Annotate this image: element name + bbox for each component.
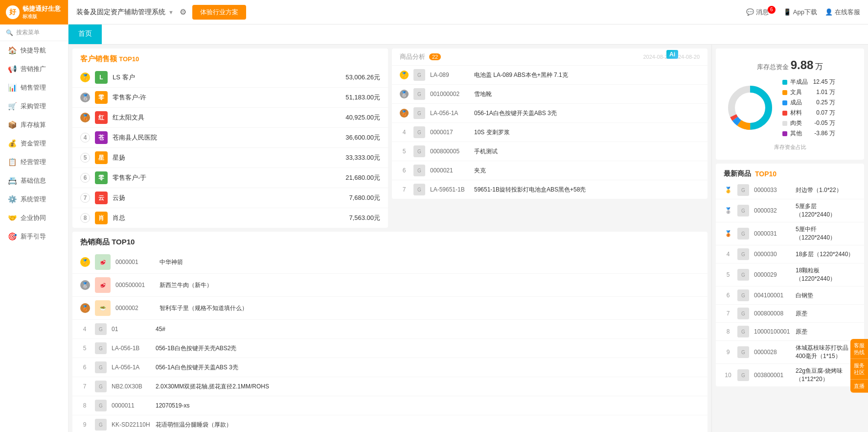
rank-badge-1: 🥇 <box>80 72 90 82</box>
rank-num: 9 <box>80 421 89 428</box>
sidebar-item-inventory[interactable]: 📦 库存核算 <box>0 116 68 134</box>
service-community-button[interactable]: 服务社区 <box>850 359 868 380</box>
rank-num: 4 <box>724 251 732 258</box>
product-code: 0000002 <box>115 305 155 312</box>
avatar: 云 <box>95 192 108 204</box>
legend-item: 成品 0.25 万 <box>782 98 835 107</box>
list-item: 🥇 🥩 0000001 中华神箭 <box>72 251 708 274</box>
product-name: 12070519-xs <box>156 402 700 410</box>
product-code: 0000032 <box>754 207 791 214</box>
avatar: 红 <box>95 111 108 124</box>
list-item: 🥈 🥩 000500001 新西兰牛肉（新牛） <box>72 274 708 297</box>
avatar: 肖 <box>95 212 108 224</box>
search-menu[interactable]: 🔍 搜索菜单 <box>0 24 68 41</box>
customer-service-button[interactable]: 客服热线 <box>850 339 868 360</box>
livestream-button[interactable]: 直播 <box>850 380 868 393</box>
product-icon: G <box>737 369 749 381</box>
customer-amount: 7,680.00元 <box>349 193 380 202</box>
app-download-item[interactable]: 📱 App下载 <box>783 8 817 17</box>
product-code: LA-056-1A <box>112 364 151 371</box>
rank-num: 7 <box>80 383 89 390</box>
customer-amount: 33,333.00元 <box>345 153 380 162</box>
dropdown-arrow-icon[interactable]: ▼ <box>168 9 174 15</box>
product-code: 003800001 <box>754 372 791 379</box>
rank-badge: 🥈 <box>400 90 409 98</box>
collab-icon: 🤝 <box>8 214 17 222</box>
list-item: 4 G 0000030 18多层（1220*2440） <box>716 245 864 264</box>
product-name: 22g鱼豆腐-烧烤味（1*12*20） <box>796 367 856 384</box>
product-code: 0000011 <box>112 402 151 409</box>
product-code: 0000021 <box>430 167 469 174</box>
float-service-panel: 客服热线 服务社区 直播 <box>850 339 868 393</box>
settings-gear-icon[interactable]: ⚙ <box>180 7 186 17</box>
legend-item: 其他 -3.86 万 <box>782 129 835 138</box>
sidebar-item-label: 快捷导航 <box>21 46 46 55</box>
product-code: LA-089 <box>430 72 469 78</box>
sidebar-item-label: 经营管理 <box>21 158 46 167</box>
list-item: 🥉 🥗 0000002 智利车子里（规格不知道填什么） <box>72 297 708 320</box>
service-label: 在线客服 <box>835 8 860 17</box>
system-name-text: 装备及固定资产辅助管理系统 <box>76 8 165 17</box>
sidebar-item-collab[interactable]: 🤝 企业协同 <box>0 209 68 227</box>
right-panel: 库存总资金 9.88 万 <box>711 45 868 432</box>
list-item: 6 G 004100001 白钢垫 <box>716 287 864 305</box>
logo-badge: 标准版 <box>23 13 61 20</box>
sidebar-item-basic-info[interactable]: 📇 基础信息 <box>0 171 68 190</box>
rank-num: 4 <box>80 326 89 333</box>
rank-num: 6 <box>400 167 409 174</box>
product-code: NB2.0X30B <box>112 383 151 390</box>
sidebar-item-quick-nav[interactable]: 🏠 快捷导航 <box>0 41 68 60</box>
sidebar-item-marketing[interactable]: 📢 营销推广 <box>0 60 68 78</box>
sidebar-item-sales[interactable]: 📊 销售管理 <box>0 78 68 97</box>
sidebar-item-label: 基础信息 <box>21 176 46 185</box>
sidebar-item-purchase[interactable]: 🛒 采购管理 <box>0 97 68 116</box>
product-icon: G <box>95 342 107 354</box>
avatar: 苍 <box>95 131 108 144</box>
sidebar-item-finance[interactable]: 💰 资金管理 <box>0 134 68 153</box>
inventory-caption: 库存资金占比 <box>722 144 858 154</box>
table-row: 🥈 G 001000002 雪地靴 <box>392 85 708 104</box>
info-icon: 📇 <box>8 176 17 185</box>
finance-icon: 💰 <box>8 139 17 148</box>
table-row: 🥇 L LS 客户 53,006.26元 <box>72 68 388 88</box>
legend-item: 肉类 -0.05 万 <box>782 119 835 127</box>
message-item[interactable]: 💬 消息 6 <box>746 8 776 17</box>
sidebar-item-operations[interactable]: 📋 经营管理 <box>0 153 68 171</box>
product-name: 056-1B白色按键开关壳ABS2壳 <box>156 344 700 353</box>
list-item: 10 G 003800001 22g鱼豆腐-烧烤味（1*12*20） <box>716 364 864 386</box>
product-name: 2.0X30MM双搓花轴,搓花直径2.1MM/ROHS <box>156 383 700 391</box>
table-row: 🥉 红 红太阳文具 40,925.00元 <box>72 108 388 128</box>
message-label: 消息 <box>756 8 769 17</box>
sidebar-item-label: 资金管理 <box>21 139 46 148</box>
legend-dot <box>782 111 787 116</box>
logo-icon: 好 <box>6 5 20 19</box>
trial-button[interactable]: 体验行业方案 <box>192 5 246 20</box>
customer-ranking-card: 客户销售额 TOP10 🥇 L LS 客户 53,006.26元 🥈 零 零售客… <box>72 48 388 228</box>
list-item: 9 G 0000028 体城荔枝味苏打饮品400毫升（1*15） <box>716 341 864 364</box>
product-code: 0000028 <box>754 349 791 356</box>
sidebar-item-system[interactable]: ⚙️ 系统管理 <box>0 190 68 209</box>
tab-home[interactable]: 首页 <box>69 24 102 44</box>
tab-home-label: 首页 <box>78 29 92 37</box>
sidebar-item-guide[interactable]: 🎯 新手引导 <box>0 227 68 246</box>
donut-chart-container: 半成品 12.45 万 文具 1.01 万 成品 0.25 万 <box>722 78 858 144</box>
online-service-item[interactable]: 👤 在线客服 <box>825 8 860 17</box>
product-icon: G <box>737 308 749 319</box>
product-name: 59651-1B旋转投影灯电池盒ABS黑色+58壳 <box>474 186 700 194</box>
inventory-icon: 📦 <box>8 120 17 129</box>
product-icon: G <box>737 326 749 337</box>
rank-num: 9 <box>724 349 732 356</box>
home-icon: 🏠 <box>8 46 17 55</box>
hot-products-card: 热销商品 TOP10 🥇 🥩 0000001 中华神箭 🥈 🥩 00050000… <box>72 232 708 432</box>
legend-dot <box>782 80 787 85</box>
list-item: 🥇 G 0000033 封边带（1.0*22） <box>716 181 864 199</box>
product-code: 000800005 <box>430 148 469 155</box>
phone-icon: 📱 <box>783 8 791 16</box>
customer-name: 苍南县人民医院 <box>113 133 341 142</box>
product-code: 01 <box>112 326 151 333</box>
legend-item: 文具 1.01 万 <box>782 88 835 96</box>
customer-name: 红太阳文具 <box>113 113 341 122</box>
list-item: 8 G 10000100001 原垄 <box>716 323 864 341</box>
sidebar-item-label: 新手引导 <box>21 232 46 241</box>
main-content: 客户销售额 TOP10 🥇 L LS 客户 53,006.26元 🥈 零 零售客… <box>69 45 711 432</box>
